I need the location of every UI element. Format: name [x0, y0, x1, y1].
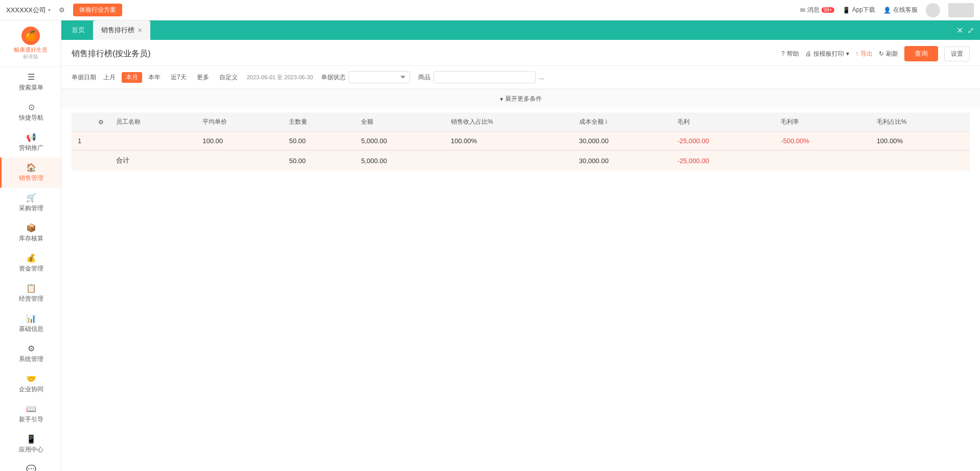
- tab-close-sales-ranking[interactable]: ✕: [138, 27, 142, 34]
- sidebar-icon-quick-nav: ⊙: [28, 102, 35, 112]
- sidebar-item-search[interactable]: ☰ 搜索菜单: [0, 67, 61, 97]
- sidebar-item-enterprise-wechat[interactable]: 💬 企业微信: [0, 459, 61, 471]
- sidebar-icon-search: ☰: [28, 72, 35, 82]
- template-print-button[interactable]: 🖨 按模板打印 ▾: [805, 50, 849, 58]
- date-tab-上月[interactable]: 上月: [99, 72, 120, 83]
- logo-sub: 标准版: [23, 53, 38, 60]
- col-settings[interactable]: ⚙: [92, 113, 110, 132]
- tab-bar: 首页销售排行榜✕ ✕ ⤢: [61, 20, 980, 40]
- sidebar-icon-purchase: 🛒: [26, 193, 36, 203]
- app-download-label: App下载: [852, 6, 875, 14]
- date-tab-近7天[interactable]: 近7天: [167, 72, 191, 83]
- table-row: 1 100.00 50.00 5,000.00 100.00% 30,000.0…: [72, 132, 970, 151]
- tab-label-sales-ranking: 销售排行榜: [101, 26, 134, 35]
- sidebar-item-app-center[interactable]: 📱 应用中心: [0, 429, 61, 459]
- trial-button[interactable]: 体验行业方案: [73, 4, 122, 16]
- footer-label: [72, 150, 92, 170]
- sidebar-item-enterprise-collab[interactable]: 🤝 企业协同: [0, 369, 61, 399]
- tab-expand-icon[interactable]: ⤢: [967, 26, 974, 35]
- inner-page: 销售排行榜(按业务员) ? 帮助 🖨 按模板打印 ▾ ↑: [61, 40, 980, 471]
- sidebar-label-enterprise-collab: 企业协同: [19, 385, 43, 394]
- col-quantity: 主数量: [283, 113, 355, 132]
- footer-settings: [92, 150, 110, 170]
- footer-total: 5,000.00: [355, 150, 444, 170]
- sidebar-icon-system: ⚙: [28, 344, 35, 353]
- expand-row: ▾ 展开更多条件: [61, 89, 980, 108]
- cell-cost-total: 30,000.00: [573, 132, 671, 151]
- col-gross-profit: 毛利: [671, 113, 775, 132]
- tab-sales-ranking[interactable]: 销售排行榜✕: [93, 20, 150, 40]
- sidebar-item-funds[interactable]: 💰 资金管理: [0, 248, 61, 278]
- app-download-button[interactable]: 📱 App下载: [842, 6, 875, 14]
- date-tab-本年[interactable]: 本年: [144, 72, 165, 83]
- export-icon: ↑: [855, 50, 858, 57]
- date-tab-本月[interactable]: 本月: [122, 72, 142, 83]
- main-layout: 🍊 畅康通好生意 标准版 ☰ 搜索菜单 ⊙ 快捷导航 📢 营销推广 🏠 销售管理…: [0, 20, 980, 471]
- online-service-label: 在线客服: [893, 6, 918, 14]
- goods-filter-input[interactable]: [434, 71, 536, 83]
- user-name[interactable]: [948, 3, 974, 17]
- date-tab-更多[interactable]: 更多: [193, 72, 213, 83]
- tab-home[interactable]: 首页: [63, 20, 93, 40]
- page-header: 销售排行榜(按业务员) ? 帮助 🖨 按模板打印 ▾ ↑: [61, 40, 980, 66]
- query-button[interactable]: 查询: [904, 46, 938, 61]
- sidebar-item-purchase[interactable]: 🛒 采购管理: [0, 188, 61, 218]
- sidebar-label-app-center: 应用中心: [19, 445, 43, 454]
- date-tab-自定义[interactable]: 自定义: [215, 72, 242, 83]
- refresh-button[interactable]: ↻ 刷新: [879, 50, 898, 58]
- company-chevron-icon: ▾: [48, 7, 51, 13]
- sidebar-item-guide[interactable]: 📖 新手引导: [0, 399, 61, 429]
- cell-gross-rate: -500.00%: [774, 132, 870, 151]
- sidebar-label-system: 系统管理: [19, 355, 43, 364]
- settings-button[interactable]: 设置: [944, 47, 970, 61]
- topbar-settings-button[interactable]: ⚙: [55, 3, 69, 17]
- avatar[interactable]: [926, 3, 940, 17]
- help-button[interactable]: ? 帮助: [781, 50, 799, 58]
- status-filter-group: 单据状态: [321, 71, 410, 83]
- company-selector[interactable]: XXXXXX公司 ▾: [6, 6, 51, 15]
- sidebar-icon-enterprise-wechat: 💬: [26, 464, 36, 471]
- sidebar-icon-app-center: 📱: [26, 434, 36, 444]
- sidebar-nav: ☰ 搜索菜单 ⊙ 快捷导航 📢 营销推广 🏠 销售管理 🛒 采购管理 📦 库存核…: [0, 67, 61, 471]
- sidebar-label-purchase: 采购管理: [19, 204, 43, 213]
- footer-total-label: 合计: [110, 150, 196, 170]
- cell-avg-price: 100.00: [196, 132, 283, 151]
- cell-settings: [92, 132, 110, 151]
- online-service-button[interactable]: 👤 在线客服: [883, 6, 918, 14]
- sidebar-label-sales: 销售管理: [19, 174, 43, 183]
- expand-button[interactable]: ▾ 展开更多条件: [490, 92, 552, 106]
- sidebar-item-quick-nav[interactable]: ⊙ 快捷导航: [0, 97, 61, 127]
- export-button[interactable]: ↑ 导出: [855, 50, 873, 58]
- sidebar-item-system[interactable]: ⚙ 系统管理: [0, 339, 61, 369]
- goods-filter-group: 商品 ...: [418, 71, 544, 83]
- sidebar-icon-funds: 💰: [26, 253, 36, 263]
- sidebar-label-marketing: 营销推广: [19, 144, 43, 152]
- sidebar-icon-marketing: 📢: [26, 132, 36, 142]
- cell-gross-profit: -25,000.00: [671, 132, 775, 151]
- sidebar-item-marketing[interactable]: 📢 营销推广: [0, 127, 61, 158]
- sidebar-item-sales[interactable]: 🏠 销售管理: [0, 158, 61, 188]
- sidebar-item-inventory[interactable]: 📦 库存核算: [0, 218, 61, 248]
- date-filter-group: 单据日期 上月本月本年近7天更多自定义 2023-06-01 至 2023-06…: [72, 72, 313, 83]
- date-range: 2023-06-01 至 2023-06-30: [247, 74, 313, 81]
- table-header: ⚙ 员工名称 平均单价 主数量 全额 销售收入占比% 成本全额 ℹ 毛利 毛利率…: [72, 113, 970, 132]
- sidebar-item-operations[interactable]: 📋 经营管理: [0, 278, 61, 308]
- logo-icon: 🍊: [21, 27, 40, 45]
- tab-close-all-icon[interactable]: ✕: [956, 26, 963, 35]
- col-gross-rate: 毛利率: [774, 113, 870, 132]
- footer-sales-pct: [445, 150, 573, 170]
- company-name: XXXXXX公司: [6, 6, 46, 15]
- more-filter-button[interactable]: ...: [539, 74, 544, 81]
- sidebar-item-base-info[interactable]: 📊 基础信息: [0, 308, 61, 339]
- sidebar-icon-guide: 📖: [26, 404, 36, 414]
- tab-bar-actions: ✕ ⤢: [956, 26, 978, 35]
- col-employee: 员工名称: [110, 113, 196, 132]
- expand-label: 展开更多条件: [505, 95, 542, 103]
- message-button[interactable]: ✉ 消息 99+: [800, 6, 834, 14]
- filter-bar: 单据日期 上月本月本年近7天更多自定义 2023-06-01 至 2023-06…: [61, 66, 980, 89]
- status-filter-select[interactable]: [349, 71, 410, 83]
- message-label: 消息: [807, 6, 819, 14]
- print-icon: 🖨: [805, 50, 811, 57]
- date-filter-label: 单据日期: [72, 73, 96, 82]
- sidebar-label-funds: 资金管理: [19, 264, 43, 273]
